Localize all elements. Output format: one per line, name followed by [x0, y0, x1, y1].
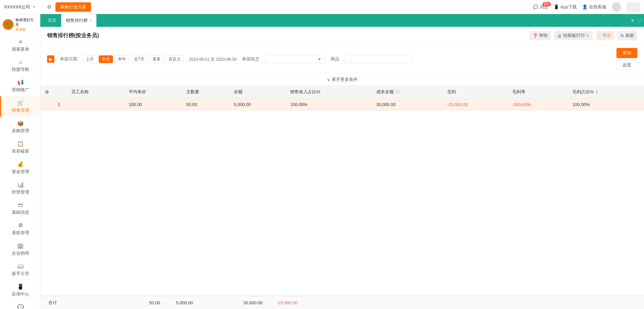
logo-icon: 🌿 — [3, 19, 13, 30]
app-download-button[interactable]: 📱 App下载 — [554, 4, 577, 10]
col-avg-price: 平均单价 — [125, 86, 182, 99]
goods-input[interactable]: ... — [345, 55, 412, 63]
sidebar-label: 销售管理 — [12, 107, 29, 113]
date-btn-this-year[interactable]: 本年 — [115, 55, 129, 63]
export-button[interactable]: ↑ 导出 — [596, 31, 614, 40]
table-body: 1 100.00 50.00 5,000.00 100.00% 30,000.0… — [40, 99, 644, 111]
row-gross-rate: -500.00% — [508, 99, 568, 111]
export-icon: ↑ — [599, 33, 601, 38]
date-btn-more[interactable]: 更多 — [149, 55, 164, 63]
search-order-icon: ≡ — [19, 39, 22, 45]
avatar[interactable] — [612, 2, 621, 12]
col-gross-pct: 毛利占比% § — [568, 86, 644, 99]
row-settings-cell — [40, 99, 54, 111]
footer-amount: 5,000.00 — [172, 300, 206, 305]
filter-toggle-button[interactable]: ▶ — [47, 55, 54, 63]
table-header-row: ⚙ 员工名称 平均单价 主数量 全额 销售收入占比% 成本全额 ⓘ — [40, 86, 644, 99]
col-gross: 毛利 — [443, 86, 508, 99]
date-btn-last-month[interactable]: 上月 — [83, 55, 97, 63]
expand-label: 展开更多条件 — [332, 76, 358, 83]
company-selector[interactable]: XXXXXX公司 ▼ — [4, 4, 44, 10]
query-button[interactable]: 查询 — [616, 48, 637, 58]
company-name: XXXXXX公司 — [4, 4, 30, 10]
sidebar-item-finance[interactable]: 💰 资金管理 — [0, 158, 40, 178]
trial-button[interactable]: 体验行业方案 — [55, 2, 91, 12]
sidebar-item-basics[interactable]: 🗃 基础信息 — [0, 199, 40, 219]
window-close-icon[interactable]: × — [631, 17, 635, 24]
logo-text-block: 畅康通好生意 标准版 — [15, 17, 37, 32]
tab-sales-rank[interactable]: 销售排行榜 × — [61, 14, 96, 27]
window-max-icon[interactable]: □ — [639, 18, 641, 23]
sidebar-item-enterprise[interactable]: 🏢 企业协同 — [0, 239, 40, 260]
help-button[interactable]: ❓ 帮助 — [529, 31, 551, 40]
user-name[interactable] — [627, 2, 640, 12]
sidebar-item-app-center[interactable]: 📱 应用中心 — [0, 280, 40, 301]
page-actions: ❓ 帮助 🖨 按模板打印 ▼ ↑ 导出 ↻ 刷新 — [529, 31, 637, 44]
message-badge: 99+ — [543, 2, 551, 6]
header-right: 💬 消息 99+ 📱 App下载 👤 在线客服 — [533, 2, 640, 12]
settings-icon[interactable]: ⚙ — [47, 4, 51, 10]
date-btn-7days[interactable]: 近7天 — [131, 55, 147, 63]
content-area: 首页 销售排行榜 × × □ 销售排行榜(按业务员) ❓ 帮助 — [40, 14, 644, 309]
row-rank: 1 — [54, 99, 67, 111]
date-btn-this-month[interactable]: 本月 — [99, 55, 113, 63]
settings-button[interactable]: 设置 — [616, 60, 637, 70]
online-service-button[interactable]: 👤 在线客服 — [582, 4, 606, 10]
refresh-button[interactable]: ↻ 刷新 — [617, 31, 637, 40]
gross-pct-info-icon[interactable]: § — [596, 90, 598, 94]
row-amount: 5,000.00 — [230, 99, 286, 111]
tab-home[interactable]: 首页 — [43, 14, 61, 27]
sidebar-label: 搜索菜单 — [12, 46, 29, 52]
sidebar-label: 新手引导 — [12, 271, 29, 277]
sidebar-item-purchase[interactable]: 📦 采购管理 — [0, 117, 40, 137]
filter-row: ▶ 单据日期 上月 本月 本年 近7天 更多 自定义 2023-06-01 至 … — [47, 48, 637, 70]
sidebar-item-operations[interactable]: 📊 经营管理 — [0, 178, 40, 199]
sidebar-logo: 🌿 畅康通好生意 标准版 — [0, 14, 40, 36]
column-settings-icon[interactable]: ⚙ — [45, 90, 49, 95]
sidebar-item-marketing[interactable]: 📢 营销推广 — [0, 76, 40, 96]
message-button[interactable]: 💬 消息 99+ — [533, 4, 548, 10]
inventory-icon: 📋 — [17, 141, 24, 147]
sidebar-item-system[interactable]: ⚙ 系统管理 — [0, 219, 40, 239]
row-gross-pct: 100.00% — [568, 99, 644, 111]
download-icon: 📱 — [554, 4, 559, 9]
sidebar-item-inventory[interactable]: 📋 库存核算 — [0, 137, 40, 158]
col-amount: 全额 — [230, 86, 286, 99]
row-gross: -25,000.00 — [443, 99, 508, 111]
status-select[interactable]: ▼ — [265, 55, 325, 63]
footer-row: 合计 50.00 5,000.00 30,000.00 -25,000.00 — [40, 296, 644, 309]
print-chevron-icon: ▼ — [586, 34, 590, 38]
print-icon: 🖨 — [557, 33, 562, 38]
table-row[interactable]: 1 100.00 50.00 5,000.00 100.00% 30,000.0… — [40, 99, 644, 111]
expand-more-row[interactable]: ∨ 展开更多条件 — [40, 74, 644, 86]
sidebar-label: 经营管理 — [12, 189, 29, 195]
date-label: 单据日期 — [60, 56, 77, 62]
row-cost: 30,000.00 — [372, 99, 443, 111]
tab-close-icon[interactable]: × — [90, 18, 92, 22]
chevron-down-icon: ∨ — [327, 77, 330, 82]
row-qty: 50.00 — [182, 99, 230, 111]
col-name: 员工名称 — [67, 86, 125, 99]
help-icon: ❓ — [532, 33, 538, 38]
refresh-label: 刷新 — [626, 33, 634, 39]
footer-cost: 30,000.00 — [239, 300, 273, 305]
operations-icon: 📊 — [17, 182, 24, 188]
sidebar-item-wechat[interactable]: 💬 企业微信 — [0, 301, 40, 309]
cost-info-icon[interactable]: ⓘ — [395, 90, 399, 94]
sidebar-label: 营销推广 — [12, 87, 29, 93]
sidebar-item-search-order[interactable]: ≡ 搜索菜单 — [0, 36, 40, 56]
tab-sales-rank-label: 销售排行榜 — [66, 17, 88, 23]
sidebar-label: 快捷导航 — [12, 66, 29, 72]
status-chevron-icon: ▼ — [317, 57, 321, 62]
print-template-button[interactable]: 🖨 按模板打印 ▼ — [554, 31, 593, 40]
col-settings[interactable]: ⚙ — [40, 86, 54, 99]
table-footer: 合计 50.00 5,000.00 30,000.00 -25,000.00 — [40, 296, 644, 309]
enterprise-icon: 🏢 — [17, 243, 24, 249]
date-btn-custom[interactable]: 自定义 — [166, 55, 184, 63]
purchase-icon: 📦 — [17, 120, 24, 126]
sidebar-item-guide[interactable]: 📖 新手引导 — [0, 260, 40, 280]
app-download-label: App下载 — [560, 4, 577, 10]
sidebar-item-sales[interactable]: 🛒 销售管理 — [0, 96, 40, 117]
sidebar-item-quick-nav[interactable]: ⌂ 快捷导航 — [0, 56, 40, 76]
table-container: ⚙ 员工名称 平均单价 主数量 全额 销售收入占比% 成本全额 ⓘ — [40, 86, 644, 296]
